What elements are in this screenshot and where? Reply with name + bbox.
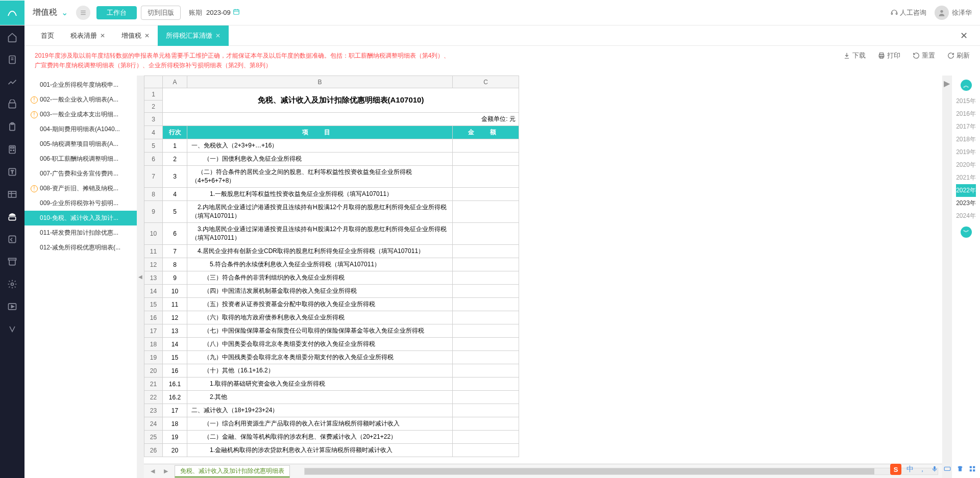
- item-cell[interactable]: （九）中国残奥委会取得北京冬奥组委分期支付的收入免征企业所得税: [187, 351, 453, 364]
- ime-punct[interactable]: ，: [919, 465, 926, 474]
- nav-calc-icon[interactable]: [7, 144, 18, 155]
- line-number-cell[interactable]: 4: [163, 188, 187, 201]
- form-list-item[interactable]: 009-企业所得税弥补亏损明...: [24, 196, 137, 211]
- row-header[interactable]: 17: [144, 324, 163, 338]
- row-header[interactable]: 5: [144, 139, 163, 153]
- nav-archive-icon[interactable]: [7, 256, 18, 267]
- amount-cell[interactable]: [453, 223, 519, 245]
- item-cell[interactable]: 2.内地居民企业通过沪港通投资且连续持有H股满12个月取得的股息红利所得免征企业…: [187, 201, 453, 223]
- nav-table-icon[interactable]: [7, 189, 18, 200]
- row-header[interactable]: 16: [144, 311, 163, 324]
- amount-cell[interactable]: [453, 338, 519, 351]
- year-item[interactable]: 2018年: [956, 133, 976, 146]
- line-number-cell[interactable]: 16.1: [163, 378, 187, 391]
- sheet-nav-first-icon[interactable]: ◀: [148, 468, 157, 474]
- form-list-item[interactable]: 012-减免所得税优惠明细表(...: [24, 240, 137, 255]
- tab-tax-list[interactable]: 税表清册✕: [62, 26, 113, 46]
- year-item[interactable]: 2022年: [956, 184, 976, 197]
- row-header[interactable]: 7: [144, 166, 163, 188]
- line-number-cell[interactable]: 9: [163, 271, 187, 285]
- line-number-cell[interactable]: 17: [163, 404, 187, 417]
- line-number-cell[interactable]: 20: [163, 444, 187, 457]
- item-cell[interactable]: 二、减计收入（18+19+23+24）: [187, 404, 453, 417]
- horizontal-scrollbar[interactable]: [304, 468, 938, 475]
- form-list-item[interactable]: 007-广告费和业务宣传费跨...: [24, 166, 137, 181]
- item-cell[interactable]: 1.取得的基础研究资金收入免征企业所得税: [187, 378, 453, 391]
- item-cell[interactable]: （二）符合条件的居民企业之间的股息、红利等权益性投资收益免征企业所得税（4+5+…: [187, 166, 453, 188]
- item-cell[interactable]: （一）综合利用资源生产产品取得的收入在计算应纳税所得额时减计收入: [187, 417, 453, 431]
- year-item[interactable]: 2023年: [956, 197, 976, 210]
- form-list-item[interactable]: 010-免税、减计收入及加计...: [24, 211, 137, 225]
- year-item[interactable]: 2019年: [956, 146, 976, 159]
- line-number-cell[interactable]: 18: [163, 417, 187, 431]
- row-header[interactable]: 12: [144, 258, 163, 271]
- amount-cell[interactable]: [453, 378, 519, 391]
- amount-cell[interactable]: [453, 298, 519, 311]
- row-header[interactable]: 10: [144, 223, 163, 245]
- tab-vat[interactable]: 增值税✕: [113, 26, 158, 46]
- year-item[interactable]: 2020年: [956, 159, 976, 171]
- close-icon[interactable]: ✕: [215, 32, 220, 39]
- nav-tax-icon[interactable]: [7, 211, 18, 222]
- line-number-cell[interactable]: 3: [163, 166, 187, 188]
- line-number-cell[interactable]: 16.2: [163, 391, 187, 404]
- row-header[interactable]: 20: [144, 364, 163, 378]
- item-cell[interactable]: 一、免税收入（2+3+9+…+16）: [187, 139, 453, 153]
- amount-cell[interactable]: [453, 271, 519, 285]
- line-number-cell[interactable]: 11: [163, 298, 187, 311]
- amount-cell[interactable]: [453, 391, 519, 404]
- nav-v-icon[interactable]: [7, 323, 18, 335]
- item-cell[interactable]: （七）中国保险保障基金有限责任公司取得的保险保障基金等收入免征企业所得税: [187, 324, 453, 338]
- line-number-cell[interactable]: 6: [163, 223, 187, 245]
- year-item[interactable]: 2021年: [956, 171, 976, 184]
- nav-chart-icon[interactable]: [7, 77, 18, 88]
- row-header[interactable]: 18: [144, 338, 163, 351]
- item-cell[interactable]: （八）中国奥委会取得北京冬奥组委支付的收入免征企业所得税: [187, 338, 453, 351]
- item-cell[interactable]: 2.其他: [187, 391, 453, 404]
- form-list-item[interactable]: !008-资产折旧、摊销及纳税...: [24, 181, 137, 196]
- expand-handle-icon[interactable]: ▶: [942, 76, 951, 478]
- module-dropdown-icon[interactable]: ⌄: [61, 8, 68, 17]
- item-cell[interactable]: 4.居民企业持有创新企业CDR取得的股息红利所得免征企业所得税（填写A10701…: [187, 245, 453, 258]
- form-list-item[interactable]: !002-一般企业收入明细表(A...: [24, 92, 137, 107]
- year-item[interactable]: 2015年: [956, 95, 976, 108]
- line-number-cell[interactable]: 10: [163, 285, 187, 298]
- row-header[interactable]: 14: [144, 285, 163, 298]
- row-header[interactable]: 23: [144, 404, 163, 417]
- nav-doc-icon[interactable]: [7, 54, 18, 65]
- nav-video-icon[interactable]: [7, 301, 18, 312]
- item-cell[interactable]: （五）投资者从证券投资基金分配中取得的收入免征企业所得税: [187, 298, 453, 311]
- amount-cell[interactable]: [453, 188, 519, 201]
- nav-home-icon[interactable]: [7, 32, 18, 43]
- line-number-cell[interactable]: 15: [163, 351, 187, 364]
- app-logo[interactable]: [0, 1, 24, 25]
- year-item[interactable]: 2024年: [956, 210, 976, 222]
- line-number-cell[interactable]: 2: [163, 153, 187, 166]
- amount-cell[interactable]: [453, 139, 519, 153]
- item-cell[interactable]: 3.内地居民企业通过深港通投资且连续持有H股满12个月取得的股息红利所得免征企业…: [187, 223, 453, 245]
- row-header[interactable]: 9: [144, 201, 163, 223]
- menu-round-button[interactable]: [76, 6, 90, 20]
- close-icon[interactable]: ✕: [144, 32, 150, 39]
- amount-cell[interactable]: [453, 166, 519, 188]
- row-header[interactable]: 25: [144, 431, 163, 444]
- item-cell[interactable]: （六）取得的地方政府债券利息收入免征企业所得税: [187, 311, 453, 324]
- row-header[interactable]: 11: [144, 245, 163, 258]
- year-item[interactable]: 2016年: [956, 108, 976, 120]
- workspace-button[interactable]: 工作台: [96, 6, 137, 19]
- ime-lang[interactable]: 中: [906, 465, 914, 474]
- collapse-handle-icon[interactable]: ◀: [137, 76, 144, 478]
- ime-grid-icon[interactable]: [969, 465, 976, 474]
- sheet-nav-prev-icon[interactable]: ▶: [161, 468, 170, 474]
- nav-settings-icon[interactable]: [7, 279, 18, 290]
- tab-income-tax[interactable]: 所得税汇算清缴✕: [158, 26, 229, 46]
- ime-logo-icon[interactable]: S: [890, 464, 901, 475]
- consult-button[interactable]: 人工咨询: [891, 8, 926, 17]
- ime-mic-icon[interactable]: [931, 465, 938, 474]
- line-number-cell[interactable]: 19: [163, 431, 187, 444]
- amount-cell[interactable]: [453, 258, 519, 271]
- col-header-a[interactable]: A: [163, 76, 187, 88]
- line-number-cell[interactable]: 8: [163, 258, 187, 271]
- row-header[interactable]: 6: [144, 153, 163, 166]
- nav-stamp-icon[interactable]: T: [7, 166, 18, 178]
